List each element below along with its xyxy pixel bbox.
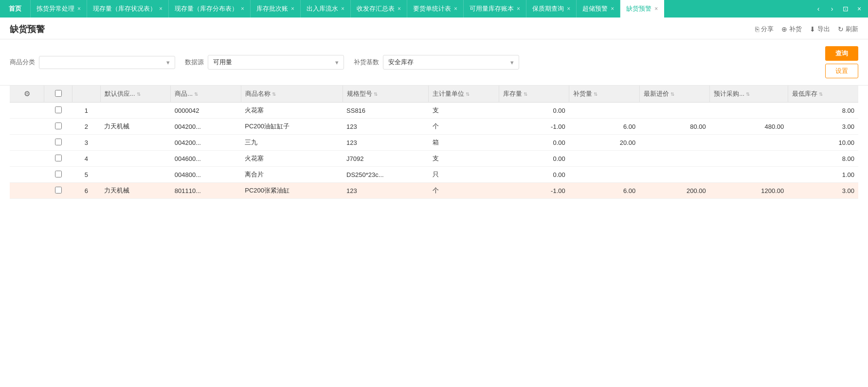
replenish-base-label: 补货基数 <box>354 58 379 67</box>
tab-available-ledger-close[interactable]: × <box>517 5 520 12</box>
tab-shortage-close[interactable]: × <box>654 5 658 12</box>
category-label: 商品分类 <box>10 58 35 67</box>
tab-next-btn[interactable]: › <box>825 2 839 16</box>
sort-unit-icon: ⇅ <box>466 91 470 97</box>
td-stock-qty-3: 0.00 <box>499 151 569 167</box>
td-checkbox-4 <box>44 167 72 183</box>
td-product-code-4: 004800... <box>171 167 241 183</box>
query-button[interactable]: 查询 <box>825 46 858 61</box>
td-unit-4: 只 <box>429 167 499 183</box>
table-row: 3 004200... 三九 123 箱 0.00 20.00 10.00 <box>10 135 858 151</box>
data-table: ⚙ 默认供应... ⇅ 商品... <box>10 86 858 199</box>
row-checkbox-5[interactable] <box>55 187 62 194</box>
select-all-checkbox[interactable] <box>55 90 62 97</box>
tab-abnormal[interactable]: 拣货异常处理 × <box>31 0 87 18</box>
th-est-purchase[interactable]: 预计采购... ⇅ <box>710 86 788 103</box>
th-spec[interactable]: 规格型号 ⇅ <box>343 86 429 103</box>
row-checkbox-2[interactable] <box>55 139 62 145</box>
td-replenish-qty-2: 20.00 <box>569 135 640 151</box>
td-unit-2: 箱 <box>429 135 499 151</box>
th-settings[interactable]: ⚙ <box>10 86 44 103</box>
td-supplier-3 <box>100 151 171 167</box>
td-product-name-3: 火花塞 <box>241 151 343 167</box>
row-checkbox-1[interactable] <box>55 123 62 129</box>
td-settings-5 <box>10 183 44 199</box>
tab-in-out-flow[interactable]: 出入库流水 × <box>301 0 351 18</box>
tab-overstock[interactable]: 超储预警 × <box>577 0 620 18</box>
tab-demand-stat-close[interactable]: × <box>454 5 457 12</box>
tab-window-btn[interactable]: ⊡ <box>839 2 852 16</box>
td-checkbox-1 <box>44 119 72 135</box>
tab-stock-dist[interactable]: 现存量（库存分布表） × <box>169 0 251 18</box>
td-latest-price-2 <box>639 135 710 151</box>
tab-batch-account-close[interactable]: × <box>291 5 294 12</box>
header-actions: ⎘ 分享 ⊕ 补货 ⬇ 导出 ↻ 刷新 <box>755 25 858 34</box>
export-icon: ⬇ <box>810 25 815 33</box>
td-est-purchase-2 <box>710 135 788 151</box>
sort-latest-price-icon: ⇅ <box>670 91 674 97</box>
tab-close-all-btn[interactable]: × <box>852 2 866 16</box>
th-min-stock[interactable]: 最低库存 ⇅ <box>788 86 858 103</box>
refresh-button[interactable]: ↻ 刷新 <box>838 25 858 34</box>
export-button[interactable]: ⬇ 导出 <box>810 25 830 34</box>
tab-receipt-summary[interactable]: 收发存汇总表 × <box>351 0 407 18</box>
td-min-stock-1: 3.00 <box>788 119 858 135</box>
replenish-icon: ⊕ <box>781 25 787 33</box>
td-product-code-0: 0000042 <box>171 103 241 119</box>
td-est-purchase-4 <box>710 167 788 183</box>
filter-area: 商品分类 ▾ 数据源 可用量 ▾ 补货基数 安全库存 ▾ 查询 设置 <box>0 39 868 86</box>
td-spec-5: 123 <box>343 183 429 199</box>
td-product-code-3: 004600... <box>171 151 241 167</box>
category-select[interactable]: ▾ <box>39 56 175 69</box>
replenish-base-select[interactable]: 安全库存 ▾ <box>383 55 519 70</box>
tab-home[interactable]: 首页 <box>0 0 31 18</box>
tab-expiry[interactable]: 保质期查询 × <box>526 0 577 18</box>
replenish-button[interactable]: ⊕ 补货 <box>781 25 802 34</box>
th-product-code[interactable]: 商品... ⇅ <box>171 86 241 103</box>
tab-prev-btn[interactable]: ‹ <box>812 2 825 16</box>
datasource-select[interactable]: 可用量 ▾ <box>208 55 344 70</box>
th-product-name[interactable]: 商品名称 ⇅ <box>241 86 343 103</box>
sort-product-name-icon: ⇅ <box>272 91 276 97</box>
tab-available-ledger[interactable]: 可用量库存账本 × <box>464 0 526 18</box>
tab-abnormal-close[interactable]: × <box>77 5 81 12</box>
table-settings-icon[interactable]: ⚙ <box>14 89 40 98</box>
th-stock-qty[interactable]: 库存量 ⇅ <box>499 86 569 103</box>
td-unit-0: 支 <box>429 103 499 119</box>
row-checkbox-3[interactable] <box>55 155 62 161</box>
row-checkbox-4[interactable] <box>55 171 62 177</box>
td-stock-qty-4: 0.00 <box>499 167 569 183</box>
page-header: 缺货预警 ⎘ 分享 ⊕ 补货 ⬇ 导出 ↻ 刷新 <box>0 18 868 39</box>
tab-overstock-close[interactable]: × <box>611 5 614 12</box>
table-body: 1 0000042 火花塞 SS816 支 0.00 8.00 2 力天机械 0… <box>10 103 858 199</box>
datasource-select-value: 可用量 <box>213 58 232 67</box>
td-spec-3: J7092 <box>343 151 429 167</box>
row-checkbox-0[interactable] <box>55 106 62 113</box>
tab-stock-status[interactable]: 现存量（库存状况表） × <box>87 0 169 18</box>
tab-in-out-flow-close[interactable]: × <box>341 5 344 12</box>
tab-stock-status-close[interactable]: × <box>159 5 163 12</box>
td-spec-1: 123 <box>343 119 429 135</box>
refresh-icon: ↻ <box>838 25 844 33</box>
td-unit-3: 支 <box>429 151 499 167</box>
share-button[interactable]: ⎘ 分享 <box>755 25 774 34</box>
td-stock-qty-1: -1.00 <box>499 119 569 135</box>
tab-expiry-close[interactable]: × <box>567 5 570 12</box>
td-checkbox-3 <box>44 151 72 167</box>
td-row-num-4: 5 <box>72 167 100 183</box>
tab-stock-dist-close[interactable]: × <box>241 5 244 12</box>
th-unit[interactable]: 主计量单位 ⇅ <box>429 86 499 103</box>
tab-batch-account[interactable]: 库存批次账 × <box>251 0 301 18</box>
th-latest-price[interactable]: 最新进价 ⇅ <box>639 86 710 103</box>
th-default-supplier[interactable]: 默认供应... ⇅ <box>100 86 171 103</box>
replenish-base-filter-group: 补货基数 安全库存 ▾ <box>354 55 519 70</box>
settings-button[interactable]: 设置 <box>825 64 858 78</box>
tab-shortage[interactable]: 缺货预警 × <box>620 0 664 18</box>
tab-demand-stat[interactable]: 要货单统计表 × <box>407 0 464 18</box>
th-replenish-qty[interactable]: 补货量 ⇅ <box>569 86 640 103</box>
tab-receipt-summary-close[interactable]: × <box>398 5 401 12</box>
table-row: 1 0000042 火花塞 SS816 支 0.00 8.00 <box>10 103 858 119</box>
td-product-name-0: 火花塞 <box>241 103 343 119</box>
td-product-code-5: 801110... <box>171 183 241 199</box>
td-supplier-0 <box>100 103 171 119</box>
